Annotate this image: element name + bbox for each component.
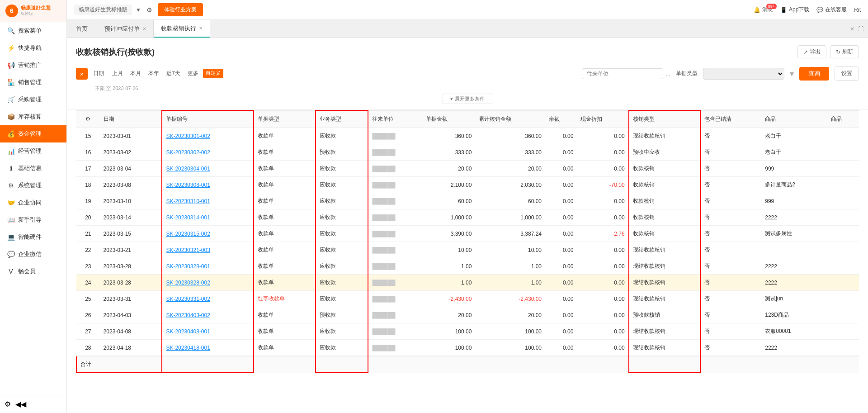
footer-goods bbox=[761, 356, 827, 373]
bill-no-link[interactable]: SK-20230328-002 bbox=[166, 280, 210, 286]
tab-close-all-icon[interactable]: ✕ bbox=[850, 26, 854, 32]
th-bill-type[interactable]: 单据类型 bbox=[254, 110, 316, 128]
cell-bill-no: SK-20230304-001 bbox=[162, 161, 254, 177]
th-verified[interactable]: 累计核销金额 bbox=[475, 110, 545, 128]
sidebar-item-purchase[interactable]: 🛒 采购管理 bbox=[0, 91, 66, 108]
user-name[interactable]: Rit bbox=[854, 7, 861, 13]
bill-no-link[interactable]: SK-20230408-001 bbox=[166, 328, 210, 335]
app-download[interactable]: 📱 App下载 bbox=[780, 6, 809, 14]
query-button[interactable]: 查询 bbox=[799, 67, 829, 81]
settings-icon[interactable]: ⚙ bbox=[5, 400, 11, 408]
sidebar-item-inventory[interactable]: 📦 库存核算 bbox=[0, 108, 66, 125]
refresh-button[interactable]: ↻ 刷新 bbox=[830, 45, 859, 58]
sidebar-item-operations[interactable]: 📊 经营管理 bbox=[0, 142, 66, 160]
sidebar-item-label-system: 系统管理 bbox=[18, 181, 42, 190]
filter-last-month[interactable]: 上月 bbox=[109, 69, 126, 78]
filter-date-label: 日期 bbox=[93, 70, 104, 77]
bill-no-link[interactable]: SK-20230315-002 bbox=[166, 231, 210, 237]
bill-no-link[interactable]: SK-20230331-002 bbox=[166, 296, 210, 302]
sidebar-item-hardware[interactable]: 💻 智能硬件 bbox=[0, 228, 66, 246]
filter-custom[interactable]: 自定义 bbox=[203, 69, 223, 78]
th-amount[interactable]: 单据金额 bbox=[422, 110, 475, 128]
sidebar-item-label-search: 搜索菜单 bbox=[18, 27, 42, 35]
solution-button[interactable]: 体验行业方案 bbox=[158, 3, 203, 16]
filter-last-7-days[interactable]: 近7天 bbox=[164, 69, 183, 78]
cell-partner: ██████ bbox=[368, 275, 422, 291]
th-balance[interactable]: 余额 bbox=[545, 110, 577, 128]
tab-prepay[interactable]: 预计冲应付单 ✕ bbox=[97, 20, 154, 38]
bill-no-link[interactable]: SK-20230418-001 bbox=[166, 345, 210, 351]
filter-this-year[interactable]: 本年 bbox=[146, 69, 162, 78]
filter-type-select[interactable] bbox=[703, 68, 784, 80]
cell-goods bbox=[761, 242, 827, 258]
sidebar-item-vip[interactable]: V 畅会员 bbox=[0, 263, 66, 280]
cell-verify-type: 预收中应收 bbox=[629, 144, 700, 161]
cell-verify-type: 现结收款核销 bbox=[629, 128, 700, 144]
th-biz-type[interactable]: 业务类型 bbox=[316, 110, 368, 128]
sidebar-item-guide[interactable]: 📖 新手引导 bbox=[0, 211, 66, 228]
sidebar-item-sales[interactable]: 🏪 销售管理 bbox=[0, 74, 66, 91]
bill-no-link[interactable]: SK-20230301-002 bbox=[166, 133, 210, 139]
cell-bill-no: SK-20230314-001 bbox=[162, 209, 254, 226]
bill-no-link[interactable]: SK-20230308-001 bbox=[166, 182, 210, 188]
sidebar-item-quick-nav[interactable]: ⚡ 快捷导航 bbox=[0, 39, 66, 57]
bill-no-link[interactable]: SK-20230321-003 bbox=[166, 247, 210, 253]
sidebar-item-search[interactable]: 🔍 搜索菜单 bbox=[0, 22, 66, 39]
tab-prepay-label: 预计冲应付单 bbox=[104, 25, 140, 33]
th-discount[interactable]: 现金折扣 bbox=[577, 110, 628, 128]
expand-more-button[interactable]: ▾ 展开更多条件 bbox=[443, 94, 492, 104]
cell-discount: -2.76 bbox=[577, 226, 628, 242]
page-header: 收款核销执行(按收款) ↗ 导出 ↻ 刷新 bbox=[67, 38, 868, 63]
tab-prepay-close[interactable]: ✕ bbox=[142, 26, 146, 31]
cell-partner: ██████ bbox=[368, 340, 422, 356]
cell-discount: 0.00 bbox=[577, 144, 628, 161]
collapse-icon[interactable]: ◀◀ bbox=[15, 400, 26, 408]
sidebar-item-basic-info[interactable]: ℹ 基础信息 bbox=[0, 160, 66, 177]
sidebar-item-label-operations: 经营管理 bbox=[18, 147, 42, 155]
cell-goods2 bbox=[827, 128, 859, 144]
tab-collection-close[interactable]: ✕ bbox=[199, 26, 203, 31]
app-version: 标推版 bbox=[21, 11, 51, 17]
th-date[interactable]: 日期 bbox=[100, 110, 162, 128]
th-gear[interactable]: ⚙ bbox=[76, 110, 100, 128]
th-verify-type[interactable]: 核销类型 bbox=[629, 110, 700, 128]
tab-homepage[interactable]: 首页 bbox=[67, 20, 97, 38]
th-partner[interactable]: 往来单位 bbox=[368, 110, 422, 128]
bill-no-link[interactable]: SK-20230310-001 bbox=[166, 198, 210, 204]
filter-toggle[interactable]: » bbox=[76, 68, 88, 80]
filter-more[interactable]: 更多 bbox=[185, 69, 201, 78]
bill-no-link[interactable]: SK-20230328-001 bbox=[166, 263, 210, 270]
th-goods2[interactable]: 商品 bbox=[827, 110, 859, 128]
cell-verify-type: 现结收款核销 bbox=[629, 258, 700, 275]
topbar-dropdown-arrow[interactable]: ▼ bbox=[136, 7, 141, 13]
notification-bell[interactable]: 🔔 消息 99+ bbox=[754, 6, 773, 14]
tab-maximize-icon[interactable]: ⛶ bbox=[858, 26, 863, 32]
sidebar-item-wechat[interactable]: 💬 企业微信 bbox=[0, 246, 66, 263]
cell-bill-no: SK-20230331-002 bbox=[162, 291, 254, 307]
sidebar-item-label-purchase: 采购管理 bbox=[18, 95, 42, 104]
online-service[interactable]: 💬 在线客服 bbox=[816, 6, 847, 14]
th-include-settled[interactable]: 包含已结清 bbox=[700, 110, 761, 128]
sidebar-item-system[interactable]: ⚙ 系统管理 bbox=[0, 177, 66, 194]
export-button[interactable]: ↗ 导出 bbox=[797, 45, 826, 58]
bill-no-link[interactable]: SK-20230314-001 bbox=[166, 214, 210, 221]
cell-amount: 2,100.00 bbox=[422, 177, 475, 193]
bill-no-link[interactable]: SK-20230304-001 bbox=[166, 166, 210, 172]
cell-discount: 0.00 bbox=[577, 128, 628, 144]
filter-partner-input[interactable] bbox=[582, 68, 663, 79]
cell-partner: ██████ bbox=[368, 128, 422, 144]
filter-date-range-row: 不限 至 2023-07-26 bbox=[76, 84, 859, 92]
th-goods[interactable]: 商品 bbox=[761, 110, 827, 128]
cell-balance: 0.00 bbox=[545, 128, 577, 144]
tab-collection[interactable]: 收款核销执行 ✕ bbox=[154, 20, 210, 38]
topbar-gear-icon[interactable]: ⚙ bbox=[145, 5, 154, 15]
th-bill-no[interactable]: 单据编号 bbox=[162, 110, 254, 128]
sidebar-item-finance[interactable]: 💰 资金管理 bbox=[0, 125, 66, 142]
filter-type-arrow[interactable]: ▾ bbox=[790, 69, 794, 79]
sidebar-item-marketing[interactable]: 📢 营销推广 bbox=[0, 57, 66, 74]
filter-this-month[interactable]: 本月 bbox=[127, 69, 144, 78]
sidebar-item-enterprise[interactable]: 🤝 企业协同 bbox=[0, 194, 66, 211]
bill-no-link[interactable]: SK-20230302-002 bbox=[166, 149, 210, 156]
bill-no-link[interactable]: SK-20230403-002 bbox=[166, 312, 210, 318]
settings-button[interactable]: 设置 bbox=[835, 66, 859, 81]
